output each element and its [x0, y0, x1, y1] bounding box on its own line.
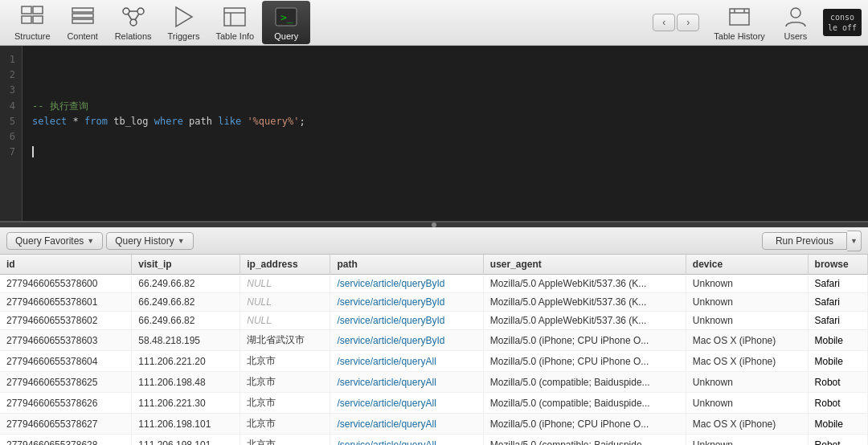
cell-path: /service/article/queryById — [330, 293, 483, 312]
svg-rect-4 — [72, 8, 93, 12]
cell-ip-address: 北京市 — [240, 414, 330, 435]
users-label: Users — [784, 31, 808, 41]
table-row[interactable]: 27794660655378602 66.249.66.82 NULL /ser… — [0, 312, 868, 330]
cell-user-agent: Mozilla/5.0 AppleWebKit/537.36 (K... — [483, 275, 686, 293]
toolbar-item-triggers[interactable]: Triggers — [160, 1, 208, 44]
col-header-browse: browse — [808, 255, 867, 275]
cell-path: /service/article/queryById — [330, 275, 483, 293]
table-row[interactable]: 27794660655378601 66.249.66.82 NULL /ser… — [0, 293, 868, 312]
run-previous-label: Run Previous — [776, 235, 833, 247]
query-favorites-button[interactable]: Query Favorites ▼ — [6, 232, 103, 250]
svg-point-8 — [137, 8, 144, 14]
cell-browse: Mobile — [808, 414, 867, 435]
cell-ip-address: 北京市 — [240, 393, 330, 414]
col-header-path: path — [330, 255, 483, 275]
cell-ip-address: 北京市 — [240, 351, 330, 372]
console-button[interactable]: console off — [823, 9, 862, 36]
cell-ip-address: NULL — [240, 275, 330, 293]
relations-icon — [121, 4, 146, 30]
cell-device: Unknown — [686, 393, 808, 414]
editor-line-1 — [32, 52, 858, 67]
nav-forward-button[interactable]: › — [677, 14, 699, 31]
tableinfo-label: Table Info — [216, 31, 255, 41]
content-icon — [70, 4, 96, 30]
editor-content[interactable]: -- 执行查询 select * from tb_log where path … — [23, 46, 868, 221]
cell-user-agent: Mozilla/5.0 (iPhone; CPU iPhone O... — [483, 330, 686, 351]
cell-ip-address: NULL — [240, 293, 330, 312]
run-previous-dropdown[interactable]: ▼ — [847, 231, 862, 251]
cell-visit-ip: 111.206.221.20 — [132, 351, 240, 372]
table-row[interactable]: 27794660655378603 58.48.218.195 湖北省武汉市 /… — [0, 330, 868, 351]
toolbar-right: ‹ › Table History — [653, 1, 862, 44]
toolbar-item-structure[interactable]: Structure — [6, 1, 59, 44]
svg-line-12 — [135, 14, 139, 20]
cell-user-agent: Mozilla/5.0 AppleWebKit/537.36 (K... — [483, 312, 686, 330]
svg-rect-2 — [22, 16, 31, 23]
table-header-row: id visit_ip ip_address path user_agent d… — [0, 255, 868, 275]
editor-line-7 — [32, 145, 858, 160]
svg-rect-14 — [224, 8, 245, 26]
cell-visit-ip: 58.48.218.195 — [132, 330, 240, 351]
users-icon — [783, 4, 809, 30]
cell-device: Unknown — [686, 275, 808, 293]
query-icon: >_ — [273, 4, 299, 30]
cell-path: /service/article/queryAll — [330, 372, 483, 393]
cell-user-agent: Mozilla/5.0 AppleWebKit/537.36 (K... — [483, 293, 686, 312]
run-previous-button[interactable]: Run Previous — [762, 232, 847, 250]
cell-id: 27794660655378603 — [0, 330, 132, 351]
table-row[interactable]: 27794660655378627 111.206.198.101 北京市 /s… — [0, 414, 868, 435]
svg-point-23 — [791, 8, 800, 18]
cell-user-agent: Mozilla/5.0 (compatible; Baiduspide... — [483, 393, 686, 414]
toolbar-item-tableinfo[interactable]: Table Info — [208, 1, 263, 44]
table-row[interactable]: 27794660655378600 66.249.66.82 NULL /ser… — [0, 275, 868, 293]
col-header-device: device — [686, 255, 808, 275]
col-header-id: id — [0, 255, 132, 275]
svg-rect-5 — [72, 14, 93, 18]
cell-user-agent: Mozilla/5.0 (iPhone; CPU iPhone O... — [483, 414, 686, 435]
toolbar-item-query[interactable]: >_ Query — [262, 1, 310, 44]
structure-icon — [19, 4, 45, 30]
cell-ip-address: NULL — [240, 312, 330, 330]
query-editor[interactable]: 1 2 3 4 5 6 7 -- 执行查询 select * from tb_l… — [0, 46, 868, 222]
text-cursor — [32, 146, 34, 157]
svg-rect-6 — [72, 19, 93, 23]
svg-point-9 — [130, 19, 137, 26]
cell-id: 27794660655378628 — [0, 435, 132, 446]
svg-text:>_: >_ — [280, 11, 293, 23]
cell-device: Unknown — [686, 372, 808, 393]
toolbar-item-tablehistory[interactable]: Table History — [706, 1, 773, 44]
line-numbers: 1 2 3 4 5 6 7 — [0, 46, 23, 221]
cell-browse: Robot — [808, 393, 867, 414]
cell-browse: Mobile — [808, 330, 867, 351]
cell-device: Mac OS X (iPhone) — [686, 330, 808, 351]
cell-browse: Robot — [808, 372, 867, 393]
cell-id: 27794660655378601 — [0, 293, 132, 312]
cell-browse: Robot — [808, 435, 867, 446]
cell-path: /service/article/queryAll — [330, 435, 483, 446]
svg-rect-0 — [22, 6, 31, 14]
table-row[interactable]: 27794660655378625 111.206.198.48 北京市 /se… — [0, 372, 868, 393]
toolbar-item-users[interactable]: Users — [775, 1, 817, 44]
query-history-button[interactable]: Query History ▼ — [106, 232, 193, 250]
nav-back-button[interactable]: ‹ — [653, 14, 675, 31]
table-row[interactable]: 27794660655378604 111.206.221.20 北京市 /se… — [0, 351, 868, 372]
structure-label: Structure — [14, 31, 51, 41]
cell-device: Unknown — [686, 435, 808, 446]
cell-ip-address: 北京市 — [240, 435, 330, 446]
cell-path: /service/article/queryById — [330, 330, 483, 351]
cell-visit-ip: 66.249.66.82 — [132, 293, 240, 312]
results-area[interactable]: id visit_ip ip_address path user_agent d… — [0, 255, 868, 445]
table-row[interactable]: 27794660655378626 111.206.221.30 北京市 /se… — [0, 393, 868, 414]
svg-rect-3 — [33, 16, 43, 23]
run-previous-group: Run Previous ▼ — [762, 231, 862, 251]
cell-path: /service/article/queryById — [330, 312, 483, 330]
cell-id: 27794660655378604 — [0, 351, 132, 372]
col-header-ip-address: ip_address — [240, 255, 330, 275]
svg-rect-19 — [730, 9, 749, 25]
toolbar-item-content[interactable]: Content — [59, 1, 107, 44]
cell-device: Mac OS X (iPhone) — [686, 351, 808, 372]
cell-id: 27794660655378600 — [0, 275, 132, 293]
toolbar-item-relations[interactable]: Relations — [107, 1, 160, 44]
cell-path: /service/article/queryAll — [330, 414, 483, 435]
table-row[interactable]: 27794660655378628 111.206.198.101 北京市 /s… — [0, 435, 868, 446]
